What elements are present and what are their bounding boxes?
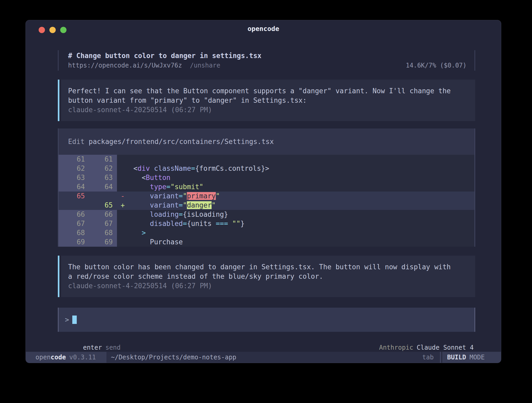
share-url-link[interactable]: https://opencode.ai/s/UwJxv76z bbox=[68, 61, 182, 70]
new-line-number: 65 bbox=[88, 201, 117, 210]
old-line-number: 63 bbox=[59, 173, 88, 182]
message-text-line: The button color has been changed to dan… bbox=[68, 262, 470, 272]
diff-row: 6363 <Button bbox=[59, 173, 474, 182]
old-line-number: 68 bbox=[59, 228, 88, 237]
code-line: disabled={units === ""} bbox=[117, 219, 244, 228]
status-separator bbox=[440, 352, 441, 363]
window-titlebar[interactable]: opencode bbox=[26, 20, 501, 35]
message-text-line: Perfect! I can see that the Button compo… bbox=[68, 86, 470, 96]
status-bar: opencodev0.3.11 ~/Desktop/Projects/demo-… bbox=[26, 352, 501, 363]
window-title: opencode bbox=[26, 25, 501, 33]
code-line: > bbox=[117, 228, 146, 237]
diff-sign: + bbox=[121, 201, 125, 210]
new-line-number: 64 bbox=[88, 182, 117, 192]
code-line: <div className={formCs.controls}> bbox=[117, 164, 269, 173]
app-version: v0.3.11 bbox=[69, 354, 96, 361]
diff-sign: - bbox=[121, 192, 125, 201]
assistant-message-2: The button color has been changed to dan… bbox=[58, 256, 475, 297]
diff-row: 6262 <div className={formCs.controls}> bbox=[59, 164, 474, 173]
session-title: # Change button color to danger in setti… bbox=[68, 51, 467, 61]
code-line: variant="primary" bbox=[117, 192, 220, 201]
diff-row: 6969 Purchase bbox=[59, 237, 474, 247]
session-column: # Change button color to danger in setti… bbox=[58, 50, 475, 332]
mode-label-regular: MODE bbox=[469, 354, 485, 361]
prompt-caret-symbol: > bbox=[65, 316, 69, 324]
app-name-bold: code bbox=[51, 354, 66, 361]
new-line-number: 68 bbox=[88, 228, 117, 237]
message-text-line: a red/rose color scheme instead of the b… bbox=[68, 272, 470, 281]
assistant-message-1: Perfect! I can see that the Button compo… bbox=[58, 80, 475, 121]
old-line-number: 66 bbox=[59, 210, 88, 219]
edit-tool-verb: Edit bbox=[68, 138, 85, 146]
enter-key-hint: enter bbox=[83, 344, 102, 351]
old-line-number: 64 bbox=[59, 182, 88, 192]
opencode-window: opencode # Change button color to danger… bbox=[25, 20, 501, 363]
app-version-chip: opencodev0.3.11 bbox=[26, 352, 106, 363]
message-model-meta: claude-sonnet-4-20250514 (06:27 PM) bbox=[68, 105, 470, 115]
model-name: Claude Sonnet 4 bbox=[417, 344, 474, 351]
diff-row: 65- variant="primary" bbox=[59, 192, 474, 201]
diff-row: 6868 > bbox=[59, 228, 474, 237]
diff-row: 6767 disabled={units === ""} bbox=[59, 219, 474, 228]
old-line-number: 65 bbox=[59, 192, 88, 201]
old-line-number: 61 bbox=[59, 155, 88, 164]
status-bar-right: tab BUILDMODE bbox=[422, 352, 501, 363]
diff-row: 6666 loading={isLoading} bbox=[59, 210, 474, 219]
edit-tool-card: Edit packages/frontend/src/containers/Se… bbox=[58, 128, 475, 247]
new-line-number: 66 bbox=[88, 210, 117, 219]
mode-label-bold: BUILD bbox=[447, 354, 466, 361]
unshare-action[interactable]: /unshare bbox=[190, 61, 220, 70]
working-directory: ~/Desktop/Projects/demo-notes-app bbox=[111, 354, 236, 361]
old-line-number: 69 bbox=[59, 237, 88, 247]
code-line: <Button bbox=[117, 173, 171, 182]
diff-row: 6161 bbox=[59, 155, 474, 164]
context-usage-stats: 14.6K/7% ($0.07) bbox=[406, 61, 467, 70]
message-text-line: button variant from "primary" to "danger… bbox=[68, 96, 470, 105]
message-model-meta: claude-sonnet-4-20250514 (06:27 PM) bbox=[68, 281, 470, 291]
new-line-number: 69 bbox=[88, 237, 117, 247]
code-line: variant="danger" bbox=[117, 201, 216, 210]
old-line-number: 67 bbox=[59, 219, 88, 228]
new-line-number: 61 bbox=[88, 155, 117, 164]
new-line-number: 62 bbox=[88, 164, 117, 173]
tab-key-hint: tab bbox=[422, 354, 434, 361]
app-name-regular: open bbox=[35, 354, 51, 361]
prompt-input[interactable]: > bbox=[58, 308, 475, 332]
new-line-number: 63 bbox=[88, 173, 117, 182]
text-cursor bbox=[72, 316, 77, 324]
new-line-number: 67 bbox=[88, 219, 117, 228]
session-subheader: https://opencode.ai/s/UwJxv76z /unshare … bbox=[68, 61, 467, 70]
old-line-number: 62 bbox=[59, 164, 88, 173]
session-header: # Change button color to danger in setti… bbox=[58, 50, 475, 71]
code-line: type="submit" bbox=[117, 182, 203, 192]
provider-name: Anthropic bbox=[379, 344, 413, 351]
diff-row: 6464 type="submit" bbox=[59, 182, 474, 192]
mode-toggle[interactable]: BUILDMODE bbox=[442, 352, 501, 363]
diff-view: 61616262 <div className={formCs.controls… bbox=[59, 155, 474, 247]
code-line: loading={isLoading} bbox=[117, 210, 228, 219]
send-action-label: send bbox=[105, 344, 121, 351]
diff-row: 65+ variant="danger" bbox=[59, 201, 474, 210]
edit-tool-header: Edit packages/frontend/src/containers/Se… bbox=[59, 128, 474, 155]
new-line-number bbox=[88, 192, 117, 201]
edit-file-path: packages/frontend/src/containers/Setting… bbox=[89, 138, 274, 146]
old-line-number bbox=[59, 201, 88, 210]
code-line: Purchase bbox=[117, 237, 183, 247]
